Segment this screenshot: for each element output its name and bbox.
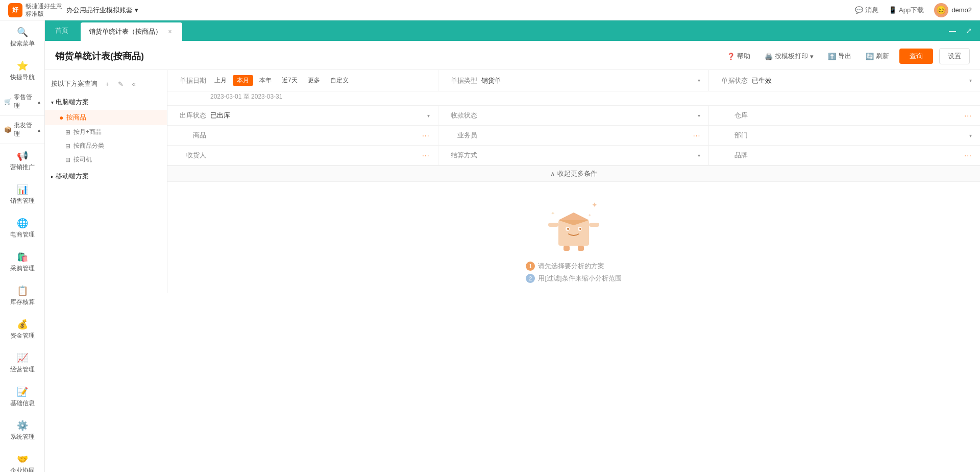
- sidebar-item-purchase-mgmt[interactable]: 🛍️ 采购管理: [0, 245, 44, 279]
- stock-status-control[interactable]: 已出库 ▾: [210, 111, 430, 120]
- date-filter-col: 单据日期 上月 本月 本年 近7天 更多 自定义: [167, 70, 438, 91]
- data-area: ✦ ✦ ✦ 1 请先选择要分析的方案 2: [167, 182, 980, 293]
- date-range-row: 2023-03-01 至 2023-03-31: [167, 91, 980, 106]
- filter-row-4: 收货人 ··· 结算方式 ▾: [167, 146, 980, 166]
- warehouse-control[interactable]: ···: [752, 111, 972, 120]
- message-icon: 💬: [855, 6, 863, 14]
- salesperson-control[interactable]: ···: [481, 131, 701, 139]
- empty-illustration: ✦ ✦ ✦: [543, 192, 604, 253]
- payment-method-col: 结算方式 ▾: [438, 146, 709, 165]
- print-btn[interactable]: 🖨️ 按模板打印 ▾: [761, 50, 818, 63]
- date-presets: 上月 本月 本年 近7天 更多 自定义: [210, 75, 353, 86]
- product-control[interactable]: ···: [210, 131, 430, 139]
- purchase-icon: 🛍️: [17, 251, 28, 263]
- print-arrow: ▾: [810, 53, 814, 60]
- warehouse-col: 仓库 ···: [709, 106, 980, 125]
- tab-home[interactable]: 首页: [45, 20, 79, 41]
- filter-row-2: 出库状态 已出库 ▾ 收款状态 ▾: [167, 106, 980, 126]
- right-content: 单据日期 上月 本月 本年 近7天 更多 自定义: [167, 70, 980, 293]
- sidebar-item-wholesale-mgmt[interactable]: 📦 批发管理 ▴: [0, 116, 44, 144]
- export-icon: ⬆️: [828, 53, 836, 60]
- refresh-btn[interactable]: 🔄 刷新: [862, 50, 893, 63]
- edit-scheme-btn[interactable]: ✎: [115, 78, 126, 89]
- wholesale-expand-arrow: ▴: [38, 127, 40, 133]
- payment-method-arrow: ▾: [698, 153, 700, 158]
- user-info[interactable]: 😊 demo2: [934, 3, 972, 17]
- preset-this-month[interactable]: 本月: [233, 75, 253, 86]
- payment-method-control[interactable]: ▾: [481, 153, 701, 158]
- scheme-by-cashier[interactable]: ⊟ 按司机: [45, 153, 167, 167]
- doc-status-filter-col: 单据状态 已生效 ▾: [709, 70, 980, 91]
- sidebar-item-sales-mgmt[interactable]: 📊 销售管理: [0, 178, 44, 211]
- export-btn[interactable]: ⬆️ 导出: [824, 50, 855, 63]
- industry-selector[interactable]: 办公用品行业模拟账套 ▾: [66, 6, 138, 15]
- tab-close-btn[interactable]: ×: [166, 28, 174, 36]
- pc-section-header[interactable]: ▾ 电脑端方案: [45, 95, 167, 110]
- svg-rect-8: [578, 246, 584, 251]
- app-download-btn[interactable]: 📱 App下载: [889, 6, 924, 15]
- mobile-section-header[interactable]: ▸ 移动端方案: [45, 169, 167, 184]
- scheme-by-category[interactable]: ⊟ 按商品分类: [45, 139, 167, 153]
- collapse-filters-btn[interactable]: ∧ 收起更多条件: [167, 166, 980, 181]
- sidebar-item-enterprise-collab[interactable]: 🤝 企业协同: [0, 447, 44, 472]
- active-tab[interactable]: 销货单统计表（按商品） ×: [81, 22, 182, 41]
- receiver-control[interactable]: ···: [210, 151, 430, 159]
- step-2-badge: 2: [526, 274, 535, 283]
- hint-1: 1 请先选择要分析的方案: [526, 262, 604, 271]
- payment-status-arrow: ▾: [698, 113, 700, 119]
- by-category-icon: ⊟: [65, 143, 70, 150]
- department-control[interactable]: ▾: [752, 133, 972, 138]
- basic-info-icon: 📝: [17, 386, 28, 397]
- settings-btn[interactable]: 设置: [939, 48, 970, 64]
- scheme-by-month-product[interactable]: ⊞ 按月+商品: [45, 125, 167, 139]
- preset-last-month[interactable]: 上月: [210, 75, 231, 86]
- refresh-icon: 🔄: [866, 53, 874, 60]
- brand-control[interactable]: ···: [752, 151, 972, 159]
- message-btn[interactable]: 💬 消息: [855, 6, 878, 15]
- query-btn[interactable]: 查询: [899, 49, 933, 64]
- payment-status-control[interactable]: ▾: [481, 113, 701, 119]
- header-left: 好 畅捷通好生意 标准版 办公用品行业模拟账套 ▾: [8, 3, 138, 17]
- sidebar-item-basic-info[interactable]: 📝 基础信息: [0, 380, 44, 414]
- sidebar-item-operations[interactable]: 📈 经营管理: [0, 346, 44, 380]
- collapse-panel-btn[interactable]: «: [128, 78, 139, 89]
- collapse-icon: ∧: [550, 170, 555, 178]
- doc-type-control[interactable]: 销货单 ▾: [481, 76, 701, 85]
- sidebar-item-quick-nav[interactable]: ⭐ 快捷导航: [0, 54, 44, 88]
- add-scheme-btn[interactable]: +: [102, 78, 113, 89]
- content-area: 首页 销货单统计表（按商品） × — ⤢ 销货单统计表(按商品) ❓ 帮助: [45, 20, 980, 472]
- department-arrow: ▾: [969, 133, 972, 138]
- sidebar-item-search-menu[interactable]: 🔍 搜索菜单: [0, 20, 44, 54]
- empty-state: ✦ ✦ ✦ 1 请先选择要分析的方案 2: [526, 192, 621, 283]
- sidebar-item-system-mgmt[interactable]: ⚙️ 系统管理: [0, 414, 44, 447]
- preset-custom[interactable]: 自定义: [326, 75, 353, 86]
- receiver-col: 收货人 ···: [167, 146, 438, 165]
- sidebar-item-inventory[interactable]: 📋 库存核算: [0, 279, 44, 313]
- sidebar-item-finance[interactable]: 💰 资金管理: [0, 313, 44, 346]
- doc-status-control[interactable]: 已生效 ▾: [752, 76, 972, 85]
- download-icon: 📱: [889, 6, 897, 14]
- sidebar-item-retail-mgmt[interactable]: 🛒 零售管理 ▴: [0, 88, 44, 116]
- scheme-by-product[interactable]: ● 按商品: [45, 110, 167, 125]
- preset-7days[interactable]: 近7天: [278, 75, 302, 86]
- product-col: 商品 ···: [167, 126, 438, 145]
- sidebar-item-marketing[interactable]: 📢 营销推广: [0, 144, 44, 178]
- tab-minimize-btn[interactable]: —: [945, 23, 960, 38]
- stock-status-arrow: ▾: [427, 113, 430, 119]
- preset-more[interactable]: 更多: [304, 75, 324, 86]
- sidebar-item-ecommerce[interactable]: 🌐 电商管理: [0, 211, 44, 245]
- date-filter-control: 上月 本月 本年 近7天 更多 自定义: [210, 75, 430, 86]
- preset-this-year[interactable]: 本年: [255, 75, 276, 86]
- ecommerce-icon: 🌐: [17, 218, 28, 229]
- svg-text:✦: ✦: [551, 210, 555, 216]
- help-btn[interactable]: ❓ 帮助: [723, 50, 754, 63]
- hint-2: 2 用[过滤]条件来缩小分析范围: [526, 274, 621, 283]
- doc-type-arrow: ▾: [698, 78, 700, 83]
- help-icon: ❓: [727, 53, 735, 60]
- tab-bar-actions: — ⤢: [945, 23, 980, 38]
- sidebar: 🔍 搜索菜单 ⭐ 快捷导航 🛒 零售管理 ▴ 📦 批发管理 ▴ 📢 营销推广 📊…: [0, 20, 45, 472]
- filter-row-3: 商品 ··· 业务员 ···: [167, 126, 980, 146]
- tab-maximize-btn[interactable]: ⤢: [962, 23, 976, 38]
- top-header: 好 畅捷通好生意 标准版 办公用品行业模拟账套 ▾ 💬 消息 📱 App下载 😊…: [0, 0, 980, 20]
- brand-col: 品牌 ···: [709, 146, 980, 165]
